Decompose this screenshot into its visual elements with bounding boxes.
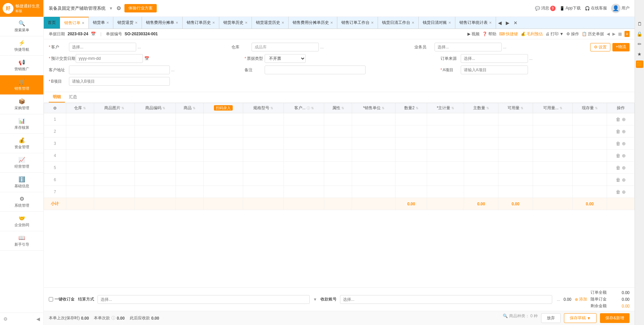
message-button[interactable]: 💬 消息 9 xyxy=(535,5,556,11)
collapse-icon[interactable]: ◀ xyxy=(36,316,40,322)
user-area[interactable]: 👤 用户 xyxy=(611,4,630,13)
sidebar-item-新手引导[interactable]: 📖新手引导 xyxy=(0,231,43,251)
calendar-small-icon[interactable]: 📅 xyxy=(144,56,149,61)
list-view-icon[interactable]: ≡ xyxy=(624,31,630,37)
tab-close-all-btn[interactable]: ✕ xyxy=(512,20,520,26)
warehouse-input[interactable] xyxy=(252,43,319,51)
sidebar-item-搜索菜单[interactable]: 🔍搜索菜单 xyxy=(0,17,43,36)
prev-page-icon[interactable]: ◀ xyxy=(607,32,610,36)
address-more-btn[interactable]: ... xyxy=(171,68,175,72)
tab-钱货日清对账[interactable]: 钱货日清对账✕ xyxy=(419,17,455,29)
app-download-button[interactable]: 📱 App下载 xyxy=(560,5,581,11)
sidebar-item-销售管理[interactable]: 🛒销售管理 xyxy=(0,75,43,95)
copy-icon[interactable]: ⊕ xyxy=(622,177,626,182)
tab-销货退货历史[interactable]: 销货退货历史✕ xyxy=(252,17,289,29)
solution-button[interactable]: 体验行业方案 xyxy=(124,4,157,12)
delete-icon[interactable]: 🗑 xyxy=(616,153,620,158)
set-button[interactable]: ⚙ 设置 xyxy=(590,43,610,51)
save-new-button[interactable]: 保存&新增 xyxy=(600,313,630,323)
right-icon-lock[interactable]: 🔒 xyxy=(636,30,643,38)
scan-button[interactable]: 扫码录入 xyxy=(214,105,233,111)
tab-钱货日清工作台[interactable]: 钱货日清工作台✕ xyxy=(378,17,419,29)
detail-tab-汇总[interactable]: 汇总 xyxy=(65,92,81,103)
right-icon-doc[interactable]: 🗒 xyxy=(636,20,643,28)
b-project-input[interactable] xyxy=(69,77,170,86)
copy-icon[interactable]: ⊕ xyxy=(622,141,626,146)
tab-销货退货[interactable]: 销货退货✕ xyxy=(113,17,142,29)
tab-home[interactable]: 首页 xyxy=(44,17,60,29)
dropdown-arrow[interactable]: ▼ xyxy=(109,6,113,11)
delete-icon[interactable]: 🗑 xyxy=(616,117,620,122)
copy-icon[interactable]: ⊕ xyxy=(622,153,626,158)
tab-销售订单[interactable]: 销售订单✕ xyxy=(60,17,89,29)
delivery-date-input[interactable] xyxy=(76,54,143,63)
copy-icon[interactable]: ⊕ xyxy=(622,189,626,195)
dropdown-save-icon[interactable]: ▼ xyxy=(587,316,591,321)
tab-销售订单工作台[interactable]: 销售订单工作台✕ xyxy=(337,17,378,29)
grid-view-icon[interactable]: ▦ xyxy=(618,32,622,36)
detail-tab-明细[interactable]: 明细 xyxy=(49,92,65,103)
sidebar-item-企业协同[interactable]: 🤝企业协同 xyxy=(0,212,43,231)
customer-input[interactable] xyxy=(69,43,136,51)
right-icon-orange[interactable]: 🟧 xyxy=(636,60,643,68)
sidebar-item-营销推广[interactable]: 📢营销推广 xyxy=(0,56,43,75)
sidebar-item-库存核算[interactable]: 📊库存核算 xyxy=(0,114,43,134)
delete-icon[interactable]: 🗑 xyxy=(616,141,620,146)
salesperson-input[interactable] xyxy=(434,43,502,51)
next-page-icon[interactable]: ▶ xyxy=(612,32,615,36)
copy-icon[interactable]: ⊕ xyxy=(622,129,626,134)
discard-button[interactable]: 放弃 xyxy=(541,313,561,323)
tab-销售费用分摊单历史[interactable]: 销售费用分摊单历史✕ xyxy=(289,17,337,29)
settings-icon-top[interactable]: ⚙ xyxy=(116,5,121,11)
one-click-checkbox[interactable] xyxy=(49,297,53,301)
logistics-button[interactable]: +物流 xyxy=(612,43,630,51)
customer-more-btn[interactable]: ... xyxy=(138,45,141,49)
add-link[interactable]: ⊕ 添加 xyxy=(575,296,587,302)
tab-销售费用分摊单[interactable]: 销售费用分摊单✕ xyxy=(142,17,183,29)
copy-icon[interactable]: ⊕ xyxy=(622,165,626,170)
delete-icon[interactable]: 🗑 xyxy=(616,165,620,170)
tab-销售订单统计表[interactable]: 销售订单统计表✕ xyxy=(455,17,496,29)
delete-icon[interactable]: 🗑 xyxy=(616,177,620,182)
payment-method-input[interactable] xyxy=(98,295,310,304)
bank-account-input[interactable] xyxy=(340,295,552,304)
video-button[interactable]: ▶ 视频 xyxy=(467,31,480,37)
help-button[interactable]: ❓ 帮助 xyxy=(482,31,496,37)
settings-icon[interactable]: ⚙ xyxy=(3,316,8,322)
salesperson-more-btn[interactable]: ... xyxy=(503,45,506,49)
calendar-icon[interactable]: 📅 xyxy=(91,32,96,36)
print-button[interactable]: 🖨 打印 ▼ xyxy=(545,31,564,37)
copy-icon[interactable]: ⊕ xyxy=(622,117,626,122)
a-project-input[interactable] xyxy=(461,66,528,74)
sidebar-item-系统管理[interactable]: ⚙系统管理 xyxy=(0,192,43,212)
tab-next-btn[interactable]: ▶ xyxy=(504,20,512,26)
online-service-button[interactable]: 🎧 在线客服 xyxy=(585,5,607,11)
order-source-input[interactable] xyxy=(461,54,528,63)
profit-button[interactable]: 💰 毛利预估 xyxy=(521,31,543,37)
order-source-more-btn[interactable]: ... xyxy=(529,56,533,61)
sidebar-item-采购管理[interactable]: 📦采购管理 xyxy=(0,95,43,114)
address-input[interactable] xyxy=(69,66,170,74)
tab-销售订单历史[interactable]: 销售订单历史✕ xyxy=(183,17,219,29)
tab-销货单历史[interactable]: 销货单历史✕ xyxy=(219,17,252,29)
history-button[interactable]: 📋 历史单据 xyxy=(582,31,604,37)
invoice-type-select[interactable]: 不开票 增值税普通发票 增值税专用发票 xyxy=(265,54,306,63)
save-draft-button[interactable]: 保存草稿 ▼ xyxy=(564,313,597,323)
tab-prev-btn[interactable]: ◀ xyxy=(496,20,504,26)
delete-icon[interactable]: 🗑 xyxy=(616,189,620,195)
ops-button[interactable]: ⚙ 操作 xyxy=(566,31,579,37)
dropdown-payment-icon[interactable]: ▼ xyxy=(313,297,317,302)
tab-销货单[interactable]: 销货单✕ xyxy=(89,17,113,29)
right-icon-star[interactable]: ★ xyxy=(636,50,643,58)
note-input[interactable] xyxy=(265,66,366,74)
sidebar-item-快捷导航[interactable]: ⚡快捷导航 xyxy=(0,36,43,56)
sidebar-item-基础信息[interactable]: ℹ️基础信息 xyxy=(0,173,43,192)
delete-icon[interactable]: 🗑 xyxy=(616,129,620,134)
sidebar-item-经营管理[interactable]: 📈经营管理 xyxy=(0,153,43,173)
sidebar-item-资金管理[interactable]: 💰资金管理 xyxy=(0,134,43,153)
right-icon-edit[interactable]: ✏ xyxy=(636,40,643,48)
warehouse-more-btn[interactable]: ... xyxy=(320,45,324,49)
shortcut-button[interactable]: ⌨ 快捷键 xyxy=(499,31,518,37)
bank-more-btn[interactable]: ... xyxy=(557,297,560,302)
cell-9 xyxy=(352,174,395,186)
